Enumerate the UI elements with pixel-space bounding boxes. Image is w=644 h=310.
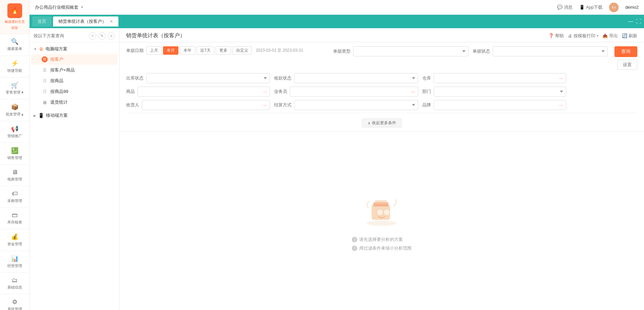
doc-type-select[interactable] [353, 46, 468, 56]
scheme-item-goods99[interactable]: ☷ 按商品99 [31, 86, 118, 97]
pc-group-arrow-icon: ▼ [34, 47, 37, 51]
sidebar-item-purchase[interactable]: 🏷 采购管理 [0, 186, 29, 208]
scheme-item-customer-goods[interactable]: ☰ 按客户+商品 [31, 65, 118, 75]
collapse-label: 收起更多条件 [372, 120, 396, 126]
sidebar-item-finance[interactable]: 💰 资金管理 [0, 229, 29, 251]
date-btn-more[interactable]: 更多 [216, 46, 231, 55]
warehouse-dots-btn[interactable]: ··· [559, 75, 563, 81]
content-area: 按以下方案查询 + ✎ « ▼ 🖥 电脑端方案 按 按客户 [30, 28, 644, 310]
finance-nav-icon: 💰 [11, 233, 18, 241]
refresh-label: 刷新 [629, 33, 637, 39]
help-btn[interactable]: ❓ 帮助 [548, 33, 564, 39]
brand-dots-btn[interactable]: ··· [559, 102, 563, 108]
sidebar-item-shortcut[interactable]: ⚡ 快捷导航 [0, 56, 29, 78]
tab-sales-stat[interactable]: 销货单统计表（按客户） ✕ [53, 16, 118, 27]
empty-tips: 1 请先选择要分析的方案 2 用过滤条件来缩小分析范围 [352, 235, 412, 253]
sidebar-item-base[interactable]: 🗂 基础信息 [0, 273, 29, 294]
tab-maximize-icon[interactable]: ⛶ [636, 18, 641, 24]
print-icon: 🖨 [568, 33, 572, 38]
scheme-item-return[interactable]: ▦ 退货统计 [31, 97, 118, 108]
staff-dots-btn[interactable]: ··· [411, 89, 415, 94]
doc-status-select[interactable] [493, 46, 608, 56]
collect-status-label: 收款状态 [274, 75, 291, 81]
receiver-dots-btn[interactable]: ··· [263, 102, 267, 108]
scheme-group-pc-header[interactable]: ▼ 🖥 电脑端方案 [30, 44, 119, 54]
industry-dropdown-icon[interactable]: ▾ [81, 5, 83, 9]
date-btn-7days[interactable]: 近7天 [197, 46, 214, 55]
sidebar-item-system[interactable]: ⚙ 系统管理 [0, 294, 29, 310]
scheme-group-mobile-header[interactable]: ▶ 📱 移动端方案 [30, 110, 119, 120]
scheme-goods99-label: 按商品99 [50, 89, 68, 95]
scheme-goods99-icon: ☷ [42, 89, 48, 94]
search-nav-icon: 🔍 [11, 38, 18, 45]
refresh-btn[interactable]: 🔄 刷新 [622, 33, 637, 39]
settings-button[interactable]: 设置 [617, 60, 637, 70]
message-btn[interactable]: 💬 消息 [557, 4, 573, 10]
date-btn-this-year[interactable]: 本年 [180, 46, 195, 55]
scheme-group-mobile: ▶ 📱 移动端方案 [30, 109, 119, 122]
date-btn-this-month[interactable]: 本月 [163, 46, 178, 55]
date-btn-last-month[interactable]: 上月 [146, 46, 162, 55]
tip-text-2: 用过滤条件来缩小分析范围 [359, 244, 412, 253]
sidebar-item-operation[interactable]: 📊 经营管理 [0, 251, 29, 273]
sidebar-item-operation-label: 经营管理 [7, 263, 22, 268]
brand-label: 品牌 [422, 102, 431, 108]
ecommerce-nav-icon: 🖥 [12, 169, 18, 176]
message-icon: 💬 [557, 5, 562, 10]
export-btn[interactable]: 📤 导出 [602, 33, 618, 39]
export-icon: 📤 [602, 33, 608, 38]
svg-point-0 [367, 220, 397, 226]
goods-control: ··· [138, 87, 270, 97]
avatar-text [609, 3, 619, 12]
app-download-btn[interactable]: 📱 App下载 [579, 4, 602, 10]
sidebar-item-marketing[interactable]: 📢 营销推广 [0, 121, 29, 143]
query-button[interactable]: 查询 [614, 46, 637, 57]
operation-nav-icon: 📊 [11, 255, 18, 262]
user-avatar[interactable] [609, 3, 619, 12]
industry-label: 办公用品行业模拟账套 [35, 4, 78, 10]
receiver-label: 收货人 [126, 102, 139, 108]
print-dropdown-icon[interactable]: ▾ [597, 34, 598, 38]
inventory-nav-icon: 🗃 [12, 212, 18, 219]
collapse-up-icon: ∧ [368, 121, 371, 125]
staff-control: ··· [290, 87, 418, 97]
collect-status-select[interactable] [294, 73, 418, 83]
sidebar-item-ecommerce[interactable]: 🖥 电商管理 [0, 165, 29, 186]
page-header: 销货单统计表（按客户） ❓ 帮助 🖨 按模板打印 ▾ 📤 导出 [119, 28, 644, 42]
add-scheme-btn[interactable]: + [89, 32, 96, 40]
scheme-item-goods[interactable]: ☷ 按商品 [31, 75, 118, 86]
goods-dots-btn[interactable]: ··· [263, 89, 267, 94]
sidebar-item-wholesale[interactable]: 📦 批发管理 ▴ [0, 99, 29, 121]
date-btn-custom[interactable]: 自定义 [232, 46, 252, 55]
wholesale-nav-icon: 📦 [11, 103, 18, 111]
empty-tip-1: 1 请先选择要分析的方案 [352, 235, 412, 244]
page-title: 销货单统计表（按客户） [126, 32, 185, 39]
tab-minimize-icon[interactable]: — [628, 18, 633, 24]
print-btn[interactable]: 🖨 按模板打印 ▾ [568, 33, 598, 39]
tab-close-icon[interactable]: ✕ [110, 19, 113, 24]
goods-label: 商品 [126, 89, 135, 95]
tab-home[interactable]: 首页 [32, 16, 52, 27]
sales-nav-icon: 💹 [11, 147, 18, 154]
print-label: 按模板打印 [574, 33, 595, 39]
sidebar-item-sales[interactable]: 💹 销售管理 [0, 143, 29, 165]
doc-status-label: 单据状态 [473, 48, 490, 54]
out-status-select[interactable] [146, 73, 270, 83]
dept-select[interactable] [434, 87, 566, 97]
sidebar-item-shortcut-label: 快捷导航 [7, 68, 22, 73]
sidebar-item-retail[interactable]: 🛒 零售管理 ▾ [0, 78, 29, 99]
sidebar-item-search[interactable]: 🔍 搜索菜单 [0, 34, 29, 56]
scheme-customer-icon: 按 [42, 56, 48, 62]
date-selector: 上月 本月 本年 近7天 更多 自定义 2023-03-01 至 2023-03… [146, 46, 303, 55]
shortcut-nav-icon: ⚡ [11, 60, 18, 67]
sidebar-item-system-label: 系统管理 [7, 307, 22, 310]
sidebar-item-inventory[interactable]: 🗃 库存核算 [0, 208, 29, 229]
left-panel-actions: + ✎ « [89, 32, 115, 40]
scheme-item-customer[interactable]: 按 按客户 [31, 54, 118, 65]
collapse-panel-btn[interactable]: « [108, 32, 115, 40]
brand-control: ··· [434, 100, 566, 110]
edit-scheme-btn[interactable]: ✎ [98, 32, 106, 40]
settle-select[interactable] [294, 100, 418, 110]
app-download-label: App下载 [586, 4, 602, 10]
collapse-filter-btn[interactable]: ∧ 收起更多条件 [362, 118, 402, 127]
